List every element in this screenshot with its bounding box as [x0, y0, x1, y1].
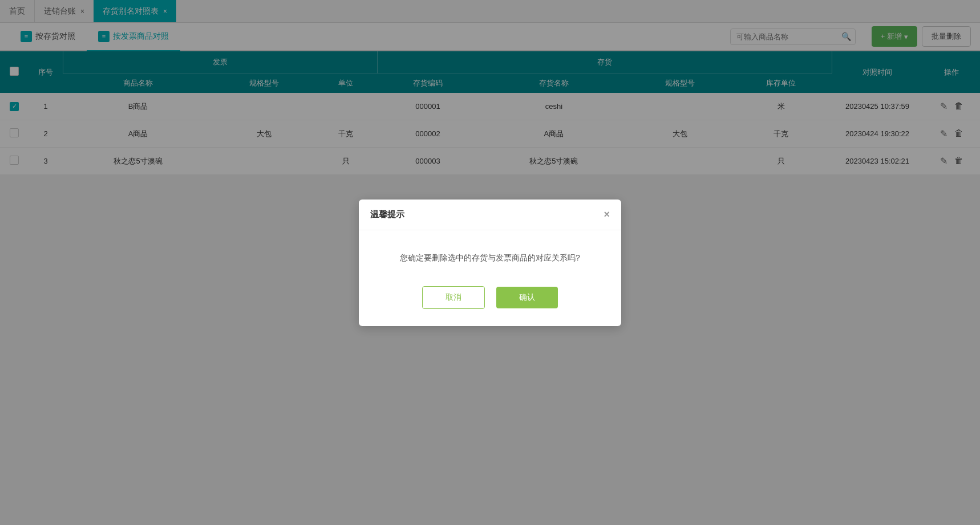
modal-overlay: 温馨提示 × 您确定要删除选中的存货与发票商品的对应关系吗? 取消 确认	[0, 0, 980, 175]
